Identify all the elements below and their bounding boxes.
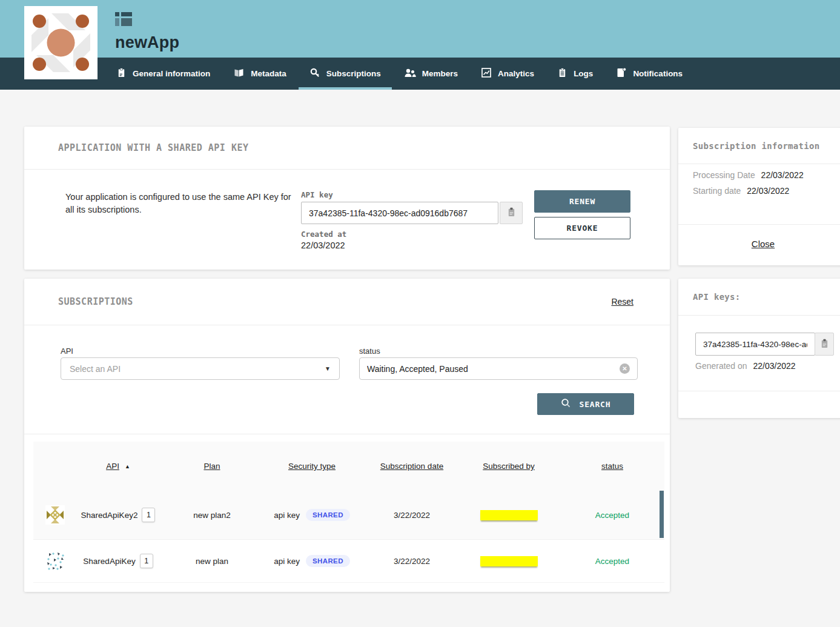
reset-link[interactable]: Reset [611,297,633,307]
close-link[interactable]: Close [752,239,775,249]
shared-badge: SHARED [306,509,350,521]
processing-date-row: Processing Date 22/03/2022 [678,170,840,180]
app-header: newApp [0,0,840,58]
column-header-subscribed-by[interactable]: Subscribed by [483,462,535,471]
copy-api-key-button[interactable] [500,202,523,224]
status-filter-field[interactable]: ✕ [359,357,638,380]
people-icon [404,67,416,81]
copy-sidebar-api-key-button[interactable] [815,333,834,356]
table-row[interactable]: SharedApiKey2 1 new plan2 api key SHARED… [33,491,664,539]
tab-label: General information [133,69,210,78]
clear-status-icon[interactable]: ✕ [620,363,630,374]
column-header-status[interactable]: status [601,462,623,471]
card-title: APPLICATION WITH A SHARED API KEY [58,142,249,153]
application-type-icon [115,12,179,30]
api-select[interactable]: Select an API ▼ [61,357,340,380]
tab-analytics[interactable]: Analytics [481,58,534,90]
tab-label: Members [422,69,458,78]
tab-label: Logs [574,69,593,78]
renew-button[interactable]: RENEW [534,190,630,213]
generated-on-row: Generated on 22/03/2022 [695,361,796,371]
tab-notifications[interactable]: Notifications [616,58,683,90]
magnifier-icon [561,398,571,410]
api-key-label: API key [301,190,333,199]
sidebar-api-key-group [695,333,834,356]
subscription-information-card: Subscription information Processing Date… [678,128,840,265]
table-row[interactable]: SharedApiKey 1 new plan api key SHARED 3… [33,539,664,583]
shared-api-key-card: APPLICATION WITH A SHARED API KEY Your a… [24,127,670,270]
card-title: API keys: [693,292,741,302]
starting-date-row: Starting date 22/03/2022 [678,186,840,196]
tab-logs[interactable]: Logs [557,58,593,90]
tab-label: Metadata [251,69,286,78]
page-with-dot-icon [616,67,627,81]
column-header-api[interactable]: API [106,462,119,471]
subscribed-by-redacted [480,510,538,520]
created-at-value: 22/03/2022 [301,241,345,250]
plan-name: new plan2 [193,511,231,520]
column-header-plan[interactable]: Plan [203,462,220,471]
divider [678,391,840,391]
subscriptions-card: SUBSCRIPTIONS Reset API Select an API ▼ … [24,279,670,592]
table-scrollbar[interactable] [660,491,664,538]
api-select-placeholder: Select an API [70,364,121,374]
sidebar-api-key-input[interactable] [695,333,815,356]
column-header-subscription-date[interactable]: Subscription date [380,462,443,471]
subscription-date: 3/22/2022 [394,511,430,520]
book-icon [233,67,245,81]
triangle-down-icon: ▼ [325,365,331,372]
subscribed-by-redacted [480,556,538,566]
processing-date-label: Processing Date [693,170,755,180]
search-button[interactable]: SEARCH [537,393,634,415]
api-filter-label: API [61,347,73,356]
divider [678,224,840,225]
status-badge: Accepted [595,511,629,520]
tab-general-information[interactable]: General information [116,58,210,90]
divider [24,434,670,434]
tab-label: Notifications [633,69,683,78]
tab-label: Analytics [498,69,534,78]
clipboard-lines-icon [557,67,567,81]
created-at-label: Created at [301,230,346,239]
api-keys-card: API keys: Generated on 22/03/2022 [678,279,840,418]
status-filter-input[interactable] [367,364,620,374]
tab-bar: General information Metadata Subscriptio… [0,58,840,90]
copy-clipboard-icon [820,338,829,351]
tab-subscriptions[interactable]: Subscriptions [309,58,381,90]
pinwheel-quilt-icon [24,6,98,79]
revoke-button[interactable]: REVOKE [534,217,630,239]
generated-on-value: 22/03/2022 [753,361,796,371]
key-icon [309,67,320,81]
status-filter-label: status [359,347,380,356]
tab-metadata[interactable]: Metadata [233,58,286,90]
starting-date-value: 22/03/2022 [747,186,789,196]
security-type: api key [274,557,300,566]
copy-clipboard-icon [507,207,516,219]
api-avatar-teal-mosaic [45,551,65,571]
sort-ascending-icon[interactable]: ▲ [125,463,130,469]
card-title: Subscription information [693,141,820,151]
api-name: SharedApiKey2 [81,511,138,520]
api-name: SharedApiKey [83,557,135,566]
tab-members[interactable]: Members [404,58,458,90]
security-type: api key [274,511,300,520]
column-header-security-type[interactable]: Security type [288,462,336,471]
subscription-date: 3/22/2022 [394,557,430,566]
plan-name: new plan [196,557,228,566]
clipboard-icon [116,67,127,81]
page: newApp [0,0,840,627]
app-title-block: newApp [115,12,179,52]
card-title: SUBSCRIPTIONS [58,296,133,307]
status-badge: Accepted [595,557,629,566]
subscriptions-table: API ▲ Plan Security type Subscription da… [33,442,664,583]
search-button-label: SEARCH [580,400,611,409]
shared-key-description: Your application is configured to use th… [65,191,296,216]
app-logo [24,6,98,79]
tab-label: Subscriptions [326,69,381,78]
api-key-group [301,202,523,224]
starting-date-label: Starting date [693,186,741,196]
processing-date-value: 22/03/2022 [761,170,804,180]
page-title: newApp [115,33,179,52]
api-key-input[interactable] [301,202,498,224]
api-avatar-gold-quilt [45,505,65,525]
